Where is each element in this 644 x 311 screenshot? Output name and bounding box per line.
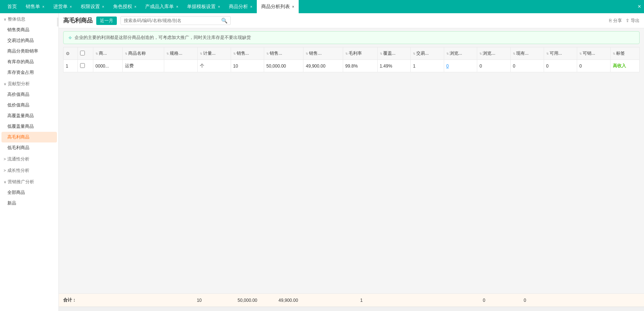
footer-spacer-5: [562, 298, 640, 303]
footer-current-stock: 0: [481, 298, 521, 303]
footer-bar: 合计： 10 50,000.00 49,900.00 1 0 0: [59, 293, 644, 307]
row-checkbox-input[interactable]: [80, 63, 85, 68]
search-input[interactable]: [124, 18, 220, 23]
sidebar-group-整体信息[interactable]: ∨整体信息: [0, 13, 58, 25]
tab-close-icon[interactable]: ×: [42, 5, 44, 9]
row-coverage: 1.49%: [377, 60, 411, 72]
col-sort-icon: ⇅: [266, 52, 269, 55]
sidebar-item-低价值商品[interactable]: 低价值商品: [0, 100, 58, 111]
sidebar-collapse-button[interactable]: «: [57, 18, 59, 26]
sidebar-group-贡献型分析[interactable]: ∨贡献型分析: [0, 78, 58, 89]
col-header-saleQty[interactable]: ⇅销售...: [231, 47, 264, 60]
header-actions: ⎘ 分享 ⇪ 导出: [609, 18, 640, 24]
top-nav: 首页销售单 ×进货单 ×权限设置 ×角色授权 ×产成品入库单 ×单据模板设置 ×…: [0, 0, 644, 13]
footer-spacer-2: [317, 298, 358, 303]
col-header-checkbox[interactable]: [78, 47, 93, 60]
footer-sale-profit: 49,900.00: [276, 298, 317, 303]
info-banner: ✧ 企业的主要的利润都是这部分商品创造的，可考虑加大推广，同时关注库存是不要出现…: [63, 31, 640, 44]
col-header-name[interactable]: ⇅商品名称: [123, 47, 164, 60]
time-filter-button[interactable]: 近一月: [96, 17, 117, 25]
col-header-browseCount2[interactable]: ⇅浏览...: [477, 47, 511, 60]
nav-tab-角色授权[interactable]: 角色授权 ×: [109, 0, 141, 13]
footer-spacer-1: [81, 298, 195, 303]
sidebar-item-新品[interactable]: 新品: [0, 198, 58, 209]
col-header-settings[interactable]: ⚙: [64, 47, 78, 60]
nav-tab-产成品入库单[interactable]: 产成品入库单 ×: [141, 0, 183, 13]
sidebar-item-商品分类助销率[interactable]: 商品分类助销率: [0, 46, 58, 57]
col-settings-icon[interactable]: ⚙: [66, 51, 70, 56]
nav-tab-商品分析[interactable]: 商品分析 ×: [224, 0, 257, 13]
footer-label: 合计：: [63, 297, 76, 303]
col-header-tradeCount[interactable]: ⇅交易...: [411, 47, 444, 60]
col-sort-icon: ⇅: [513, 52, 515, 55]
sidebar-item-高毛利商品[interactable]: 高毛利商品: [1, 132, 57, 142]
tab-close-icon[interactable]: ×: [218, 5, 220, 9]
footer-values: 10 50,000.00 49,900.00 1 0 0: [81, 298, 640, 303]
sidebar-item-全部商品[interactable]: 全部商品: [0, 187, 58, 198]
col-header-saleProfit[interactable]: ⇅销售...: [303, 47, 343, 60]
row-gross-rate: 99.8%: [343, 60, 377, 72]
sidebar-group-流通性分析[interactable]: >流通性分析: [0, 153, 58, 164]
col-header-currentStock[interactable]: ⇅现有...: [510, 47, 544, 60]
close-all-button[interactable]: ×: [638, 3, 641, 10]
tab-close-icon[interactable]: ×: [250, 5, 252, 9]
row-current-stock: 0: [510, 60, 544, 72]
row-spec: [164, 60, 198, 72]
col-header-code[interactable]: ⇅商...: [93, 47, 122, 60]
info-icon: ✧: [68, 35, 72, 41]
tab-close-icon[interactable]: ×: [134, 5, 137, 9]
nav-tab-首页[interactable]: 首页: [3, 0, 21, 13]
sidebar-item-低覆盖量商品[interactable]: 低覆盖量商品: [0, 121, 58, 132]
group-arrow-icon: ∨: [4, 180, 6, 184]
sidebar-group-成长性分析[interactable]: >成长性分析: [0, 164, 58, 176]
row-checkbox[interactable]: [78, 60, 93, 72]
nav-tab-销售单[interactable]: 销售单 ×: [21, 0, 49, 13]
sidebar-item-低毛利商品[interactable]: 低毛利商品: [0, 142, 58, 153]
col-header-unit[interactable]: ⇅计量...: [197, 47, 231, 60]
col-header-browseCount1[interactable]: ⇅浏览...: [444, 47, 477, 60]
nav-tab-权限设置[interactable]: 权限设置 ×: [76, 0, 109, 13]
col-header-grossRate[interactable]: ⇅毛利率: [343, 47, 377, 60]
tab-close-icon[interactable]: ×: [176, 5, 178, 9]
export-icon: ⇪: [626, 18, 629, 23]
col-header-tag[interactable]: ⇅标签: [610, 47, 639, 60]
col-header-availableStock[interactable]: ⇅可用...: [544, 47, 577, 60]
search-icon[interactable]: 🔍: [221, 18, 227, 23]
scrollbar-row[interactable]: [59, 307, 644, 311]
sidebar-item-交易过的商品[interactable]: 交易过的商品: [0, 35, 58, 46]
col-sort-icon: ⇅: [200, 52, 202, 55]
tab-close-icon[interactable]: ×: [102, 5, 104, 9]
search-box: 🔍: [120, 16, 231, 25]
share-button[interactable]: ⎘ 分享: [609, 18, 622, 24]
nav-tab-进货单[interactable]: 进货单 ×: [49, 0, 76, 13]
col-sort-icon: ⇅: [446, 52, 449, 55]
col-sort-icon: ⇅: [413, 52, 415, 55]
sidebar-group-营销推广分析[interactable]: ∨营销推广分析: [0, 176, 58, 187]
footer-trade-count: 1: [358, 298, 399, 303]
group-arrow-icon: ∨: [4, 82, 6, 86]
data-table: ⚙⇅商...⇅商品名称⇅规格...⇅计量...⇅销售...⇅销售...⇅销售..…: [63, 47, 640, 72]
sidebar-item-销售类商品[interactable]: 销售类商品: [0, 25, 58, 35]
tab-close-icon[interactable]: ×: [70, 5, 72, 9]
sidebar-item-高覆盖量商品[interactable]: 高覆盖量商品: [0, 111, 58, 121]
share-icon: ⎘: [609, 18, 612, 23]
col-header-spec[interactable]: ⇅规格...: [164, 47, 198, 60]
tab-close-icon[interactable]: ×: [292, 5, 294, 9]
select-all-checkbox[interactable]: [80, 51, 85, 55]
nav-tab-商品分析列表[interactable]: 商品分析列表 ×: [257, 0, 299, 13]
col-sort-icon: ⇅: [166, 52, 169, 55]
footer-sale-qty: 10: [195, 298, 235, 303]
col-sort-icon: ⇅: [306, 52, 308, 55]
nav-tab-单据模板设置[interactable]: 单据模板设置 ×: [183, 0, 224, 13]
col-header-saleAmount[interactable]: ⇅销售...: [264, 47, 303, 60]
col-sort-icon: ⇅: [546, 52, 549, 55]
col-sort-icon: ⇅: [613, 52, 615, 55]
col-header-sellableStock[interactable]: ⇅可销...: [577, 47, 611, 60]
main-layout: « ∨整体信息销售类商品交易过的商品商品分类助销率有库存的商品库存资金占用∨贡献…: [0, 13, 644, 311]
sidebar-item-高价值商品[interactable]: 高价值商品: [0, 89, 58, 100]
col-sort-icon: ⇅: [479, 52, 482, 55]
sidebar-item-有库存的商品[interactable]: 有库存的商品: [0, 57, 58, 67]
export-button[interactable]: ⇪ 导出: [626, 18, 640, 24]
col-header-coverage[interactable]: ⇅覆盖...: [377, 47, 411, 60]
sidebar-item-库存资金占用[interactable]: 库存资金占用: [0, 67, 58, 78]
